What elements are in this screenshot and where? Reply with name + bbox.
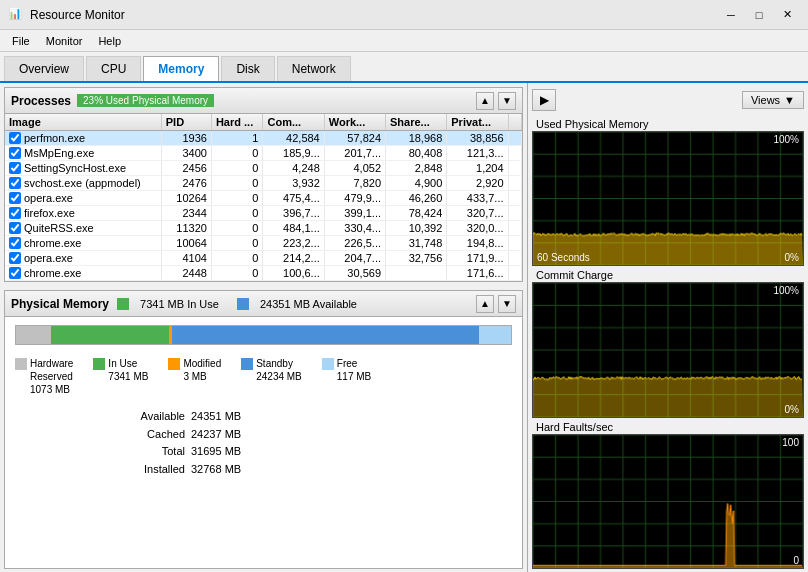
row-checkbox[interactable] [9, 177, 21, 189]
cell-com: 42,584 [263, 131, 324, 146]
memory-scroll-down[interactable]: ▼ [498, 295, 516, 313]
tab-cpu[interactable]: CPU [86, 56, 141, 81]
cell-priv: 2,920 [447, 176, 508, 191]
col-com[interactable]: Com... [263, 114, 324, 131]
cell-image-text: firefox.exe [24, 207, 75, 219]
table-row: firefox.exe 2344 0 396,7... 399,1... 78,… [5, 206, 522, 221]
cell-priv: 320,7... [447, 206, 508, 221]
views-label: Views [751, 94, 780, 106]
table-row: chrome.exe 2448 0 100,6... 30,569 171,6.… [5, 266, 522, 281]
table-row: SettingSyncHost.exe 2456 0 4,248 4,052 2… [5, 161, 522, 176]
cell-work: 4,052 [324, 161, 385, 176]
minimize-button[interactable]: ─ [718, 5, 744, 25]
stat-cached: Cached 24237 MB [125, 426, 512, 444]
cell-hard: 0 [211, 221, 263, 236]
close-button[interactable]: ✕ [774, 5, 800, 25]
chart-hard-faults: Hard Faults/sec 100 0 [532, 420, 804, 569]
legend-modified: Modified3 MB [168, 357, 221, 396]
menu-bar: File Monitor Help [0, 30, 808, 52]
processes-table-container[interactable]: Image PID Hard ... Com... Work... Share.… [5, 114, 522, 281]
cell-work: 30,569 [324, 266, 385, 281]
cell-com: 185,9... [263, 146, 324, 161]
menu-monitor[interactable]: Monitor [38, 33, 91, 49]
col-hard[interactable]: Hard ... [211, 114, 263, 131]
cell-priv: 433,7... [447, 191, 508, 206]
cell-hard: 0 [211, 236, 263, 251]
processes-scroll-up[interactable]: ▲ [476, 92, 494, 110]
col-share[interactable]: Share... [386, 114, 447, 131]
restore-button[interactable]: □ [746, 5, 772, 25]
stat-label-cached: Cached [125, 426, 185, 444]
cell-pid: 3400 [161, 146, 211, 161]
row-checkbox[interactable] [9, 252, 21, 264]
row-checkbox[interactable] [9, 162, 21, 174]
row-checkbox[interactable] [9, 207, 21, 219]
cell-work: 330,4... [324, 221, 385, 236]
cell-hard: 0 [211, 251, 263, 266]
stat-label-installed: Installed [125, 461, 185, 479]
cell-work: 7,820 [324, 176, 385, 191]
processes-scroll-down[interactable]: ▼ [498, 92, 516, 110]
row-checkbox[interactable] [9, 222, 21, 234]
cell-com: 475,4... [263, 191, 324, 206]
bar-free [479, 326, 511, 344]
menu-help[interactable]: Help [90, 33, 129, 49]
cell-image: firefox.exe [5, 206, 161, 221]
cell-com: 3,932 [263, 176, 324, 191]
cell-share: 4,900 [386, 176, 447, 191]
chart3-title: Hard Faults/sec [532, 420, 804, 434]
memory-bar [15, 325, 512, 345]
stat-available: Available 24351 MB [125, 408, 512, 426]
cell-share: 78,424 [386, 206, 447, 221]
chart2-canvas [533, 283, 803, 416]
row-checkbox[interactable] [9, 132, 21, 144]
chart-expand-button[interactable]: ▶ [532, 89, 556, 111]
col-image[interactable]: Image [5, 114, 161, 131]
row-checkbox[interactable] [9, 237, 21, 249]
cell-empty [508, 221, 521, 236]
cell-pid: 10064 [161, 236, 211, 251]
views-button[interactable]: Views ▼ [742, 91, 804, 109]
table-row: QuiteRSS.exe 11320 0 484,1... 330,4... 1… [5, 221, 522, 236]
col-work[interactable]: Work... [324, 114, 385, 131]
cell-empty [508, 266, 521, 281]
col-pid[interactable]: PID [161, 114, 211, 131]
cell-image-text: SettingSyncHost.exe [24, 162, 126, 174]
row-checkbox[interactable] [9, 192, 21, 204]
app-icon: 📊 [8, 7, 24, 23]
chart1-pct: 100% [773, 134, 799, 145]
legend-hardware-reserved: HardwareReserved1073 MB [15, 357, 73, 396]
cell-com: 223,2... [263, 236, 324, 251]
row-checkbox[interactable] [9, 267, 21, 279]
menu-file[interactable]: File [4, 33, 38, 49]
cell-pid: 4104 [161, 251, 211, 266]
processes-badge: 23% Used Physical Memory [77, 94, 214, 107]
chart2-zero: 0% [785, 404, 799, 415]
processes-header: Processes 23% Used Physical Memory ▲ ▼ [5, 88, 522, 114]
row-checkbox[interactable] [9, 147, 21, 159]
cell-share: 10,392 [386, 221, 447, 236]
cell-empty [508, 206, 521, 221]
stat-value-installed: 32768 MB [191, 461, 241, 479]
chart3-pct: 100 [782, 437, 799, 448]
chart-toolbar: ▶ Views ▼ [532, 87, 804, 113]
tab-network[interactable]: Network [277, 56, 351, 81]
table-row: MsMpEng.exe 3400 0 185,9... 201,7... 80,… [5, 146, 522, 161]
tab-overview[interactable]: Overview [4, 56, 84, 81]
legend-label-modified: Modified3 MB [183, 357, 221, 383]
chart3-canvas [533, 435, 803, 568]
stat-label-total: Total [125, 443, 185, 461]
cell-hard: 0 [211, 206, 263, 221]
table-row: chrome.exe 10064 0 223,2... 226,5... 31,… [5, 236, 522, 251]
cell-priv: 1,204 [447, 161, 508, 176]
col-priv[interactable]: Privat... [447, 114, 508, 131]
window-title: Resource Monitor [30, 8, 718, 22]
tab-memory[interactable]: Memory [143, 56, 219, 81]
tab-disk[interactable]: Disk [221, 56, 274, 81]
window-controls: ─ □ ✕ [718, 5, 800, 25]
memory-available-label: 24351 MB Available [260, 298, 357, 310]
cell-share: 46,260 [386, 191, 447, 206]
legend-label-in-use: In Use7341 MB [108, 357, 148, 383]
chart1-panel: 100% 60 Seconds 0% [532, 131, 804, 266]
memory-scroll-up[interactable]: ▲ [476, 295, 494, 313]
